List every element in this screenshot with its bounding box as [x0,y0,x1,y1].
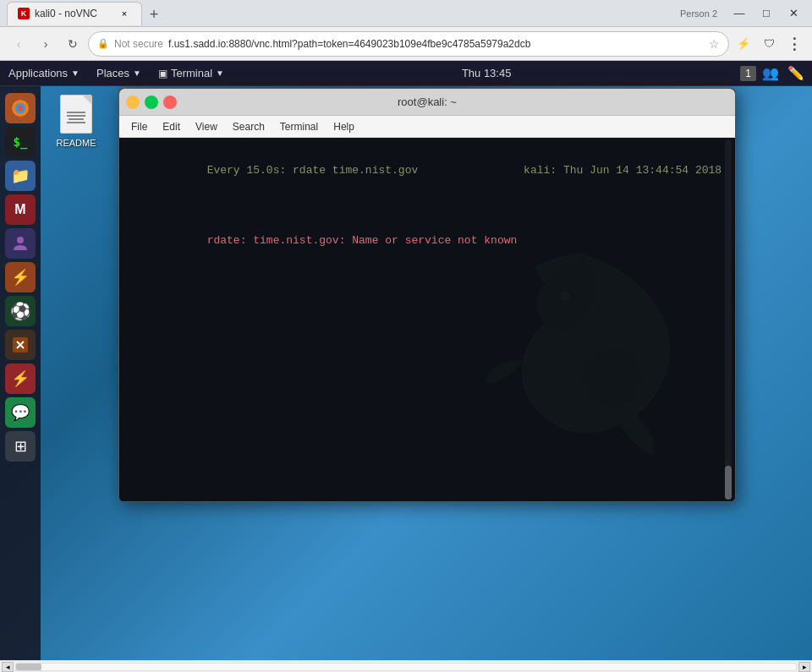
menu-help[interactable]: Help [326,119,361,134]
nav-icons: ⚡ 🛡 ⋮ [732,33,805,55]
terminal-content[interactable]: Every 15.0s: rdate time.nist.gov kali: T… [119,138,735,501]
refresh-button[interactable]: ↻ [61,32,85,56]
people-icon[interactable]: 👥 [760,63,782,85]
security-icon: 🔒 [97,38,109,49]
readme-file-image [59,94,93,134]
terminal-line-1: Every 15.0s: rdate time.nist.gov kali: T… [207,164,722,177]
readme-icon[interactable]: README [47,90,106,151]
title-bar-right: Person 2 — □ ✕ [680,5,805,22]
title-bar: K kali0 - noVNC × + Person 2 — □ ✕ [0,0,812,27]
not-secure-label: Not secure [114,38,163,50]
menu-search[interactable]: Search [226,119,272,134]
dock-files[interactable]: 📁 [5,161,36,191]
terminal-output: Every 15.0s: rdate time.nist.gov kali: T… [128,145,727,268]
scroll-track[interactable] [15,663,797,671]
terminal-window-buttons: − □ × [126,96,177,109]
browser-window: K kali0 - noVNC × + Person 2 — □ ✕ ‹ › ↻ [0,0,812,672]
browser-scrollbar: ◂ ▸ [0,660,812,672]
dock-message[interactable]: 💬 [5,397,36,428]
dock-lightning[interactable]: ⚡ [5,262,36,292]
terminal-maximize-button[interactable]: □ [145,96,158,109]
dock-ball[interactable]: ⚽ [5,296,36,326]
dock-firefox[interactable] [5,93,36,123]
scrollbar-thumb[interactable] [725,466,732,500]
terminal-scrollbar[interactable] [723,139,733,500]
nav-bar: ‹ › ↻ 🔒 Not secure f.us1.sadd.io:8880/vn… [0,27,812,61]
taskbar-left: Applications ▼ Places ▼ ▣ Terminal ▼ [0,61,233,86]
dock-grid[interactable]: ⊞ [5,431,36,462]
places-menu[interactable]: Places ▼ [88,61,150,86]
scroll-right-button[interactable]: ▸ [798,662,810,672]
back-button[interactable]: ‹ [7,32,30,56]
svg-point-5 [560,291,569,300]
menu-file[interactable]: File [124,119,154,134]
dock-app4[interactable] [5,330,36,360]
taskbar-right: 1 👥 ✏️ [740,63,812,85]
new-tab-button[interactable]: + [144,5,164,25]
vnc-desktop: Applications ▼ Places ▼ ▣ Terminal ▼ Thu… [0,61,812,660]
terminal-arrow: ▼ [216,68,224,78]
menu-terminal[interactable]: Terminal [273,119,325,134]
shield-icon[interactable]: 🛡 [758,33,780,55]
desktop-icons-area: README [47,90,106,151]
dock-terminal[interactable]: $_ [5,127,36,157]
taskbar-clock: Thu 13:45 [233,67,740,79]
scrollbar-track [725,139,732,500]
terminal-window: − □ × root@kali: ~ File Edit View Search… [118,88,736,502]
terminal-close-button[interactable]: × [163,96,177,109]
places-arrow: ▼ [133,68,141,78]
applications-menu[interactable]: Applications ▼ [0,61,88,86]
menu-view[interactable]: View [189,119,224,134]
tab-title: kali0 - noVNC [35,8,97,19]
dock-app3[interactable]: M [5,194,36,225]
terminal-line-3: rdate: time.nist.gov: Name or service no… [207,234,518,247]
bookmark-icon[interactable]: ☆ [709,37,720,51]
kali-dock: $_ 📁 M ⚡ ⚽ [0,86,41,660]
svg-point-2 [18,106,23,111]
applications-arrow: ▼ [71,68,80,78]
workspace-badge[interactable]: 1 [740,66,756,81]
svg-point-3 [17,237,24,243]
scroll-thumb[interactable] [16,664,41,670]
url-text: f.us1.sadd.io:8880/vnc.html?path=token=4… [168,38,704,50]
tab-favicon: K [18,8,30,19]
kali-taskbar: Applications ▼ Places ▼ ▣ Terminal ▼ Thu… [0,61,812,86]
dock-user[interactable] [5,228,36,259]
menu-icon[interactable]: ⋮ [783,33,805,55]
tab-area: K kali0 - noVNC × + [7,2,164,25]
dock-app5[interactable]: ⚡ [5,363,36,394]
terminal-menu[interactable]: ▣ Terminal ▼ [150,61,233,86]
terminal-menubar: File Edit View Search Terminal Help [119,116,735,138]
terminal-title: root@kali: ~ [177,96,678,108]
terminal-titlebar: − □ × root@kali: ~ [119,89,735,116]
settings-icon[interactable]: ✏️ [785,63,807,85]
address-bar[interactable]: 🔒 Not secure f.us1.sadd.io:8880/vnc.html… [88,31,729,57]
scroll-left-button[interactable]: ◂ [2,662,14,672]
browser-tab[interactable]: K kali0 - noVNC × [7,2,142,25]
restore-button[interactable]: □ [754,5,778,22]
tab-close-button[interactable]: × [118,7,131,20]
close-button[interactable]: ✕ [782,5,805,22]
forward-button[interactable]: › [34,32,58,56]
extensions-icon[interactable]: ⚡ [732,33,754,55]
title-bar-left: K kali0 - noVNC × + [7,2,164,25]
terminal-minimize-button[interactable]: − [126,96,140,109]
window-label: Person 2 [680,8,717,19]
terminal-icon: ▣ [158,68,167,79]
readme-label: README [56,138,96,148]
desktop-area: Applications ▼ Places ▼ ▣ Terminal ▼ Thu… [0,61,812,660]
menu-edit[interactable]: Edit [156,119,187,134]
minimize-button[interactable]: — [727,5,751,22]
